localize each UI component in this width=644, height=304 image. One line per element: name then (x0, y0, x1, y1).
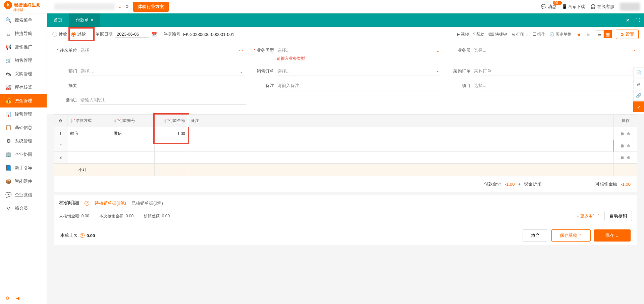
add-row-icon[interactable]: ⊕ (627, 143, 630, 148)
test1-input[interactable]: 请输入测试1 (80, 96, 246, 105)
online-service-link[interactable]: 🎧 在线客服 (590, 4, 614, 10)
more-conditions-link[interactable]: ▽ 更多条件 ⌃ (577, 213, 600, 219)
biztype-error: 请输入业务类型 (277, 56, 441, 61)
auto-writeoff-button[interactable]: 自动核销 (604, 211, 632, 221)
sidebar-item-5[interactable]: 🏭库存核算 (0, 81, 47, 94)
col-remark[interactable]: 备注 (188, 115, 614, 127)
cell-remark[interactable] (188, 140, 614, 152)
radio-refund[interactable]: 退款 (71, 31, 86, 37)
project-select[interactable]: 选择...⋯ (473, 81, 637, 90)
table-row[interactable]: 2 🗑 ⊕ (54, 140, 637, 152)
rail-print-icon[interactable]: 🖨 (633, 79, 644, 89)
biztype-select[interactable]: 选择...⌄ (277, 46, 441, 55)
cell-amount[interactable] (155, 140, 188, 152)
tab-payment[interactable]: 付款单 × (69, 13, 100, 27)
remark-label: 备注 (251, 81, 274, 89)
discount-input[interactable] (546, 181, 586, 187)
col-settle[interactable]: ▲▼*结算方式 (67, 115, 111, 127)
tab-home[interactable]: 首页 (47, 13, 69, 27)
sidebar-item-11[interactable]: 📘新手引导 (0, 161, 47, 175)
sidebar-item-8[interactable]: 📋基础信息 (0, 121, 47, 134)
delete-row-icon[interactable]: 🗑 (621, 143, 625, 148)
cell-account[interactable] (111, 152, 155, 164)
date-input[interactable]: 2023-06-06 (115, 31, 149, 38)
discard-button[interactable]: 放弃 (523, 229, 548, 242)
owe-info-icon[interactable]: ? (80, 233, 85, 238)
org-dropdown-icon[interactable]: ⌄ (118, 4, 122, 9)
sidebar-label: 营销推广 (15, 44, 32, 50)
cell-remark[interactable] (188, 127, 614, 140)
save-draft-button[interactable]: 保存草稿 ⌃ (551, 229, 591, 242)
tab-close-icon[interactable]: × (91, 18, 93, 23)
tab-close-all-icon[interactable]: ✕ (625, 16, 631, 24)
footer-gear-icon[interactable]: ⚙ (5, 296, 9, 301)
sidebar-item-6[interactable]: 💰资金管理 (0, 94, 47, 107)
rail-expand-icon[interactable]: ⤢ (633, 101, 644, 112)
purchase-order-select[interactable]: 采购订单⋯ (473, 67, 637, 76)
messages-link[interactable]: 💬 消息 99+ (541, 4, 556, 10)
sidebar-item-14[interactable]: V畅会员 (0, 202, 47, 215)
sidebar-item-7[interactable]: 📊经营管理 (0, 107, 47, 121)
radio-payment[interactable]: 付款 (52, 31, 67, 37)
print-link[interactable]: 🖨 打印 ⌄ (511, 32, 529, 37)
save-button[interactable]: 保存 ⌄ (594, 229, 631, 242)
cell-account[interactable]: 微信 (111, 127, 155, 140)
payment-table: ⚙ ▲▼*结算方式 ▲▼*付款账号 ▲▼*付款金额 备注 操作 1 微信 微信 … (54, 114, 637, 176)
sidebar-item-1[interactable]: ⌂快捷导航 (0, 27, 47, 40)
sidebar-item-2[interactable]: 📢营销推广 (0, 40, 47, 54)
cell-settle[interactable]: 微信 (67, 127, 111, 140)
footer-collapse-icon[interactable]: ◀ (16, 296, 19, 301)
settings-gear-icon[interactable]: ⚙ (125, 4, 129, 9)
sidebar-item-4[interactable]: 🛍采购管理 (0, 67, 47, 81)
delete-row-icon[interactable]: 🗑 (621, 155, 625, 160)
owe-value: 0.00 (87, 233, 95, 238)
sidebar-item-9[interactable]: ⚙系统管理 (0, 134, 47, 148)
cell-account[interactable] (111, 140, 155, 152)
sidebar-item-12[interactable]: 📦智能硬件 (0, 175, 47, 188)
next-icon[interactable]: ▶ (586, 32, 592, 37)
sales-order-select[interactable]: 选择...⋯ (277, 67, 441, 76)
rail-note-icon[interactable]: 📄 (633, 67, 644, 78)
trial-button[interactable]: 体验行业方案 (133, 2, 169, 12)
view-card-icon[interactable]: ▦ (604, 30, 612, 38)
cell-settle[interactable] (67, 152, 111, 164)
operate-link[interactable]: ☰ 操作 (533, 32, 545, 37)
sidebar-item-0[interactable]: 🔍搜索菜单 (0, 13, 47, 27)
rail-attach-icon[interactable]: 🔗 (633, 90, 644, 101)
cell-remark[interactable] (188, 152, 614, 164)
add-row-icon[interactable]: ⊕ (627, 155, 630, 160)
col-gear[interactable]: ⚙ (54, 115, 67, 127)
video-link[interactable]: ▶ 视频 (457, 32, 469, 37)
info-icon[interactable]: ? (85, 201, 89, 206)
message-badge: 99+ (553, 1, 562, 5)
prev-icon[interactable]: ◀ (576, 32, 582, 37)
delete-row-icon[interactable]: 🗑 (621, 131, 625, 136)
help-link[interactable]: ? 帮助 (473, 32, 484, 37)
add-row-icon[interactable]: ⊕ (627, 131, 630, 136)
table-row[interactable]: 3 🗑 ⊕ (54, 152, 637, 164)
remark-input[interactable]: 请输入备注 (277, 81, 441, 90)
user-avatar-blurred[interactable] (620, 3, 640, 11)
detail-tab-pending[interactable]: 待核销单据(0笔) (95, 200, 126, 206)
cell-settle[interactable] (67, 140, 111, 152)
settings-button[interactable]: ⚙ 设置 (616, 30, 639, 39)
clerk-select[interactable]: 选择...⋯ (473, 46, 637, 55)
shortcut-link[interactable]: ⌨ 快捷键 (488, 32, 507, 37)
detail-tab-done[interactable]: 已核销单据(0笔) (131, 200, 163, 206)
partner-select[interactable]: 选择⋯ (80, 46, 244, 55)
sidebar-item-10[interactable]: 🏢企业协同 (0, 148, 47, 161)
calendar-icon[interactable]: 📅 (152, 32, 157, 37)
sidebar-item-13[interactable]: 💬企业微信 (0, 188, 47, 202)
cell-amount[interactable] (155, 152, 188, 164)
cell-amount[interactable]: -1.00 (155, 127, 188, 140)
tab-fullscreen-icon[interactable]: ⛶ (634, 16, 641, 24)
dept-select[interactable]: 选择...⌄ (80, 67, 244, 76)
view-list-icon[interactable]: ☰ (596, 30, 604, 38)
sidebar-item-3[interactable]: 🛒销售管理 (0, 54, 47, 67)
col-amount[interactable]: ▲▼*付款金额 (155, 115, 188, 127)
col-account[interactable]: ▲▼*付款账号 (111, 115, 155, 127)
history-link[interactable]: 🕘 历史单据 (549, 32, 572, 37)
table-row[interactable]: 1 微信 微信 -1.00 🗑 ⊕ (54, 127, 637, 140)
app-download-link[interactable]: 📱 App下载 (562, 4, 585, 10)
summary-input[interactable] (80, 81, 244, 89)
